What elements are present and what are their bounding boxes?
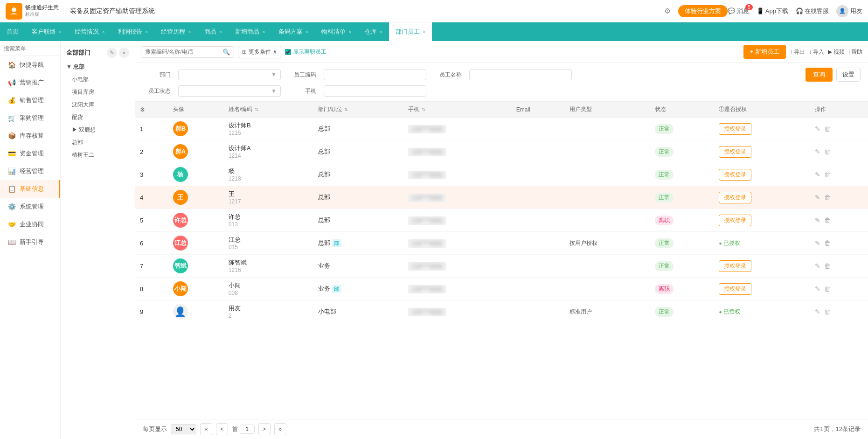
sidebar-item-operations[interactable]: 📊经营管理 xyxy=(0,162,60,180)
sidebar-item-finance[interactable]: 💳资金管理 xyxy=(0,145,60,162)
row-auth[interactable]: 授权登录 xyxy=(714,118,810,140)
nav-tab[interactable]: 部门员工× xyxy=(389,22,432,41)
add-employee-button[interactable]: + 新增员工 xyxy=(743,45,786,59)
edit-button[interactable]: ✎ xyxy=(815,216,820,224)
delete-button[interactable]: 🗑 xyxy=(824,285,831,293)
row-auth[interactable]: 授权登录 xyxy=(714,140,810,163)
th-name[interactable]: 姓名/编码 ⇅ xyxy=(224,102,313,118)
sidebar-item-purchase[interactable]: 🛒采购管理 xyxy=(0,109,60,127)
next-page-button[interactable]: > xyxy=(258,423,271,435)
tab-close-icon[interactable]: × xyxy=(380,29,382,35)
sidebar-item-basic-info[interactable]: 📋基础信息 xyxy=(0,180,60,198)
dept-select[interactable]: ▼ xyxy=(178,69,281,80)
delete-button[interactable]: 🗑 xyxy=(824,216,831,224)
dept-node[interactable]: ▶ 双鹿想 xyxy=(61,124,135,136)
delete-button[interactable]: 🗑 xyxy=(824,308,831,315)
nav-tab[interactable]: 利润报告× xyxy=(111,22,154,41)
dept-collapse-button[interactable]: « xyxy=(119,48,129,58)
help-button[interactable]: | 帮助 xyxy=(848,48,862,56)
sidebar-item-marketing[interactable]: 📢营销推广 xyxy=(0,74,60,91)
first-page-button[interactable]: « xyxy=(200,423,212,435)
edit-button[interactable]: ✎ xyxy=(815,308,820,315)
delete-button[interactable]: 🗑 xyxy=(824,171,831,178)
export-button[interactable]: ↑ 导出 xyxy=(790,48,805,56)
tab-close-icon[interactable]: × xyxy=(306,29,308,35)
auth-login-button[interactable]: 授权登录 xyxy=(719,283,751,295)
nav-tab[interactable]: 首页 xyxy=(0,22,25,41)
tab-close-icon[interactable]: × xyxy=(145,29,148,35)
nav-tab[interactable]: 物料清单× xyxy=(315,22,358,41)
nav-tab[interactable]: 新增商品× xyxy=(229,22,271,41)
page-size-select[interactable]: 50 20 100 xyxy=(171,424,196,434)
dept-node[interactable]: 项目库房 xyxy=(61,86,135,98)
more-filter-button[interactable]: ⊞ 更多条件 ∧ xyxy=(238,46,281,58)
show-resigned-label[interactable]: 显示离职员工 xyxy=(285,48,326,56)
dept-edit-button[interactable]: ✎ xyxy=(107,48,117,58)
row-auth[interactable]: 授权登录 xyxy=(714,255,810,278)
tab-close-icon[interactable]: × xyxy=(59,29,62,35)
edit-button[interactable]: ✎ xyxy=(815,148,820,155)
last-page-button[interactable]: » xyxy=(274,423,286,435)
sidebar-item-quick-nav[interactable]: 🏠快捷导航 xyxy=(0,56,60,74)
gear-icon[interactable]: ⚙ xyxy=(664,7,671,15)
auth-login-button[interactable]: 授权登录 xyxy=(719,146,751,158)
search-input[interactable] xyxy=(145,49,222,55)
tab-close-icon[interactable]: × xyxy=(348,29,351,35)
phone-input[interactable] xyxy=(324,85,426,97)
dept-node[interactable]: 配货 xyxy=(61,111,135,124)
dept-node[interactable]: 植树王二 xyxy=(61,149,135,161)
dept-node[interactable]: 小电部 xyxy=(61,73,135,86)
auth-login-button[interactable]: 授权登录 xyxy=(719,123,751,135)
page-num-input[interactable] xyxy=(240,425,255,434)
import-button[interactable]: ↓ 导入 xyxy=(809,48,824,56)
sidebar-search-input[interactable] xyxy=(4,45,61,52)
dept-node[interactable]: ▼ 总部 xyxy=(61,61,135,73)
prev-page-button[interactable]: < xyxy=(216,423,228,435)
emp-code-input[interactable] xyxy=(324,69,426,80)
online-service-button[interactable]: 🎧 在线客服 xyxy=(796,7,829,15)
auth-login-button[interactable]: 授权登录 xyxy=(719,192,751,203)
emp-name-input[interactable] xyxy=(469,69,572,80)
settings-button[interactable]: 设置 xyxy=(836,68,861,82)
row-auth[interactable]: 授权登录 xyxy=(714,278,810,300)
sidebar-item-system[interactable]: ⚙️系统管理 xyxy=(0,198,60,216)
edit-button[interactable]: ✎ xyxy=(815,285,820,293)
tab-close-icon[interactable]: × xyxy=(219,29,222,35)
th-dept[interactable]: 部门/职位 ⇅ xyxy=(313,102,403,118)
tab-close-icon[interactable]: × xyxy=(102,29,104,35)
nav-tab[interactable]: 条码方案× xyxy=(272,22,315,41)
sidebar-item-collab[interactable]: 🤝企业协同 xyxy=(0,216,60,233)
nav-tab[interactable]: 经营情况× xyxy=(68,22,111,41)
sidebar-item-guide[interactable]: 📖新手引导 xyxy=(0,233,60,251)
tab-close-icon[interactable]: × xyxy=(188,29,191,35)
sidebar-item-sales[interactable]: 💰销售管理 xyxy=(0,91,60,109)
th-phone[interactable]: 手机 ⇅ xyxy=(403,102,512,118)
nav-tab[interactable]: 仓库× xyxy=(358,22,389,41)
view-button[interactable]: ▶ 视频 xyxy=(828,48,845,56)
row-auth[interactable]: 授权登录 xyxy=(714,186,810,209)
auth-login-button[interactable]: 授权登录 xyxy=(719,260,751,272)
nav-tab[interactable]: 商品× xyxy=(198,22,229,41)
edit-button[interactable]: ✎ xyxy=(815,194,820,201)
auth-login-button[interactable]: 授权登录 xyxy=(719,169,751,181)
dept-node[interactable]: 沈阳大库 xyxy=(61,98,135,111)
delete-button[interactable]: 🗑 xyxy=(824,194,831,201)
delete-button[interactable]: 🗑 xyxy=(824,125,831,132)
trial-button[interactable]: 体验行业方案 xyxy=(678,5,728,17)
notification-button[interactable]: 💬 消息 5 xyxy=(728,7,749,15)
delete-button[interactable]: 🗑 xyxy=(824,239,831,247)
user-area[interactable]: 👤 用友 xyxy=(836,5,862,17)
emp-status-select[interactable]: ▼ xyxy=(178,85,281,97)
auth-login-button[interactable]: 授权登录 xyxy=(719,215,751,226)
sidebar-item-inventory[interactable]: 📦库存核算 xyxy=(0,127,60,145)
edit-button[interactable]: ✎ xyxy=(815,262,820,270)
nav-tab[interactable]: 客户联络× xyxy=(25,22,68,41)
delete-button[interactable]: 🗑 xyxy=(824,148,831,155)
app-download-button[interactable]: 📱 App下载 xyxy=(757,7,788,15)
tab-close-icon[interactable]: × xyxy=(262,29,265,35)
tab-close-icon[interactable]: × xyxy=(423,29,425,35)
edit-button[interactable]: ✎ xyxy=(815,125,820,132)
delete-button[interactable]: 🗑 xyxy=(824,262,831,270)
show-resigned-checkbox[interactable] xyxy=(285,49,291,55)
edit-button[interactable]: ✎ xyxy=(815,171,820,178)
